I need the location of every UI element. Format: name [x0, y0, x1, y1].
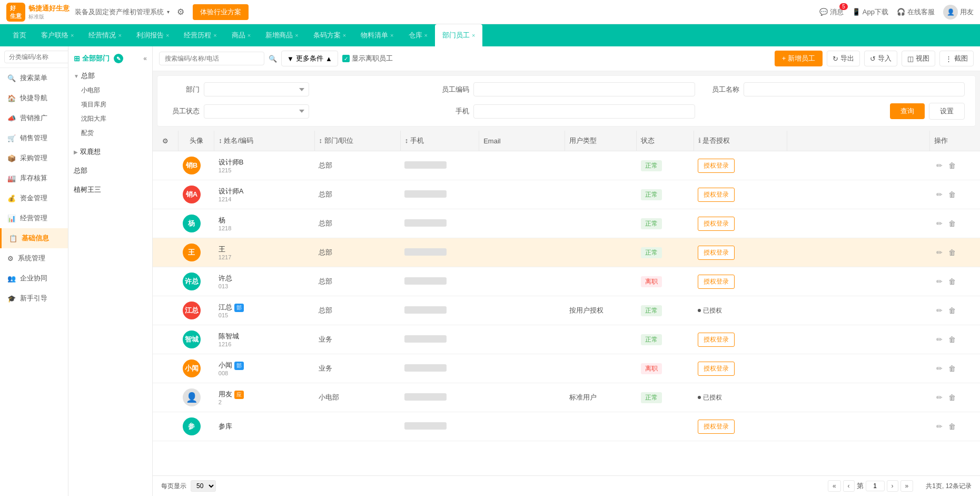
- tab-close-icon[interactable]: ×: [295, 32, 298, 38]
- edit-btn[interactable]: ✏: [934, 305, 945, 316]
- dept-child-shenyang[interactable]: 沈阳大库: [68, 112, 152, 126]
- tab-close-icon[interactable]: ×: [71, 32, 74, 38]
- prev-page-btn[interactable]: ‹: [843, 480, 855, 492]
- nav-tab-利润报告[interactable]: 利润报告 ×: [129, 24, 176, 46]
- tab-close-icon[interactable]: ×: [213, 32, 216, 38]
- first-page-btn[interactable]: «: [828, 480, 841, 492]
- tab-close-icon[interactable]: ×: [248, 32, 251, 38]
- delete-btn[interactable]: 🗑: [946, 189, 958, 200]
- sidebar-item-营销推广[interactable]: 📣营销推广: [0, 108, 68, 128]
- show-resigned-toggle[interactable]: ✓ 显示离职员工: [342, 54, 393, 63]
- reset-btn[interactable]: 设置: [929, 103, 965, 120]
- auth-btn[interactable]: 授权登录: [698, 159, 735, 173]
- tab-close-icon[interactable]: ×: [166, 32, 169, 38]
- user-area[interactable]: 👤 用友: [943, 5, 974, 20]
- delete-btn[interactable]: 🗑: [946, 160, 958, 171]
- nav-tab-首页[interactable]: 首页: [5, 24, 34, 46]
- dept-parent-zongbu[interactable]: ▼ 总部: [68, 69, 152, 83]
- sidebar-item-经营管理[interactable]: 📊经营管理: [0, 208, 68, 228]
- col-dept-header[interactable]: ↕ 部门/职位: [314, 131, 400, 151]
- sidebar-item-采购管理[interactable]: 📦采购管理: [0, 148, 68, 168]
- sidebar-item-搜索菜单[interactable]: 🔍搜索菜单: [0, 68, 68, 88]
- delete-btn[interactable]: 🗑: [946, 305, 958, 316]
- auth-btn[interactable]: 授权登录: [698, 217, 735, 231]
- nav-tab-经营情况[interactable]: 经营情况 ×: [81, 24, 128, 46]
- col-name-header[interactable]: ↕ 姓名/编码: [214, 131, 314, 151]
- nav-tab-客户联络[interactable]: 客户联络 ×: [34, 24, 81, 46]
- col-settings-header[interactable]: ⚙: [153, 131, 179, 151]
- emp-code-input[interactable]: [473, 82, 695, 96]
- nav-tab-仓库[interactable]: 仓库 ×: [401, 24, 435, 46]
- export-btn[interactable]: ↻ 导出: [827, 51, 860, 66]
- last-page-btn[interactable]: »: [900, 480, 914, 492]
- page-number-input[interactable]: [866, 481, 885, 491]
- edit-btn[interactable]: ✏: [934, 334, 945, 345]
- emp-name-input[interactable]: [744, 82, 965, 96]
- sidebar-item-系统管理[interactable]: ⚙系统管理: [0, 248, 68, 268]
- sidebar-item-销售管理[interactable]: 🛒销售管理: [0, 128, 68, 148]
- more-filter-btn[interactable]: ▼ 更多条件 ▲: [281, 51, 338, 66]
- dept-collapse-icon[interactable]: «: [143, 55, 147, 62]
- dept-child-xiangmu[interactable]: 项目库房: [68, 98, 152, 112]
- dept-edit-icon[interactable]: ✎: [114, 54, 123, 63]
- auth-btn[interactable]: 授权登录: [698, 420, 735, 434]
- trial-btn[interactable]: 体验行业方案: [193, 4, 249, 20]
- next-page-btn[interactable]: ›: [887, 480, 898, 492]
- app-download-btn[interactable]: 📱 App下载: [852, 7, 888, 17]
- dept-parent-zongbu2[interactable]: 总部: [68, 163, 152, 178]
- sidebar-item-资金管理[interactable]: 💰资金管理: [0, 188, 68, 208]
- query-btn[interactable]: 查询: [890, 103, 925, 119]
- add-employee-btn[interactable]: + 新增员工: [775, 51, 823, 66]
- nav-tab-经营历程[interactable]: 经营历程 ×: [176, 24, 224, 46]
- phone-input[interactable]: [473, 104, 695, 119]
- view-btn[interactable]: ◫ 视图: [902, 51, 935, 66]
- more-action-btn[interactable]: ⋮ 截图: [939, 51, 974, 66]
- delete-btn[interactable]: 🗑: [946, 218, 958, 229]
- auth-btn[interactable]: 授权登录: [698, 333, 735, 347]
- nav-tab-物料清单[interactable]: 物料清单 ×: [353, 24, 401, 46]
- edit-btn[interactable]: ✏: [934, 218, 945, 229]
- sidebar-item-企业协同[interactable]: 👥企业协同: [0, 268, 68, 288]
- message-btn[interactable]: 💬 消息 5: [819, 7, 844, 17]
- tab-close-icon[interactable]: ×: [472, 32, 475, 38]
- sidebar-search-input[interactable]: [4, 51, 68, 63]
- auth-btn[interactable]: 授权登录: [698, 246, 735, 260]
- edit-btn[interactable]: ✏: [934, 392, 945, 403]
- dept-parent-zhishu[interactable]: 植树王三: [68, 182, 152, 197]
- employee-search-input[interactable]: [159, 52, 264, 65]
- auth-btn[interactable]: 授权登录: [698, 188, 735, 202]
- settings-icon[interactable]: ⚙: [177, 7, 184, 17]
- tab-close-icon[interactable]: ×: [424, 32, 428, 38]
- dept-all[interactable]: ⊞ 全部部门 ✎ «: [68, 51, 152, 66]
- sidebar-item-快捷导航[interactable]: 🏠快捷导航: [0, 88, 68, 108]
- tab-close-icon[interactable]: ×: [390, 32, 393, 38]
- edit-btn[interactable]: ✏: [934, 421, 945, 432]
- auth-btn[interactable]: 授权登录: [698, 275, 735, 289]
- edit-btn[interactable]: ✏: [934, 189, 945, 200]
- col-phone-header[interactable]: ↕ 手机: [400, 131, 479, 151]
- online-service-btn[interactable]: 🎧 在线客服: [897, 7, 935, 17]
- edit-btn[interactable]: ✏: [934, 276, 945, 287]
- sidebar-item-基础信息[interactable]: 📋基础信息: [0, 228, 68, 248]
- nav-tab-新增商品[interactable]: 新增商品 ×: [258, 24, 305, 46]
- nav-tab-部门员工[interactable]: 部门员工 ×: [435, 24, 482, 46]
- dept-filter-select[interactable]: [204, 82, 309, 96]
- dept-child-peihuo[interactable]: 配货: [68, 126, 152, 140]
- delete-btn[interactable]: 🗑: [946, 421, 958, 432]
- import-btn[interactable]: ↺ 导入: [864, 51, 897, 66]
- delete-btn[interactable]: 🗑: [946, 276, 958, 287]
- nav-tab-商品[interactable]: 商品 ×: [224, 24, 258, 46]
- auth-btn[interactable]: 授权登录: [698, 362, 735, 376]
- nav-tab-条码方案[interactable]: 条码方案 ×: [306, 24, 353, 46]
- dept-child-xiaodian[interactable]: 小电部: [68, 83, 152, 98]
- edit-btn[interactable]: ✏: [934, 160, 945, 171]
- sidebar-item-新手引导[interactable]: 🎓新手引导: [0, 288, 68, 308]
- tab-close-icon[interactable]: ×: [343, 32, 346, 38]
- edit-btn[interactable]: ✏: [934, 363, 945, 374]
- emp-status-select[interactable]: [204, 104, 309, 119]
- edit-btn[interactable]: ✏: [934, 247, 945, 258]
- delete-btn[interactable]: 🗑: [946, 392, 958, 403]
- sidebar-item-库存核算[interactable]: 🏭库存核算: [0, 168, 68, 188]
- delete-btn[interactable]: 🗑: [946, 247, 958, 258]
- tab-close-icon[interactable]: ×: [118, 32, 121, 38]
